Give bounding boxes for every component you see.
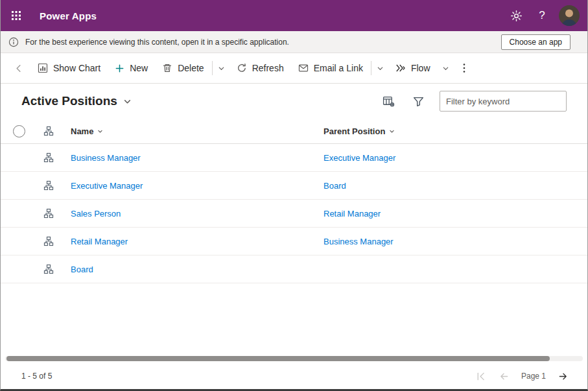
record-count: 1 - 5 of 5 [21, 372, 52, 381]
filter-button[interactable] [406, 90, 430, 112]
chevron-down-icon [123, 97, 132, 106]
next-page-button[interactable] [556, 370, 569, 383]
previous-page-button[interactable] [498, 370, 511, 383]
table-row[interactable]: Board [1, 255, 587, 283]
row-name-link[interactable]: Business Manager [71, 153, 141, 163]
choose-an-app-button[interactable]: Choose an app [501, 34, 570, 50]
arrow-left-icon [499, 372, 509, 381]
grid-header: Name Parent Position [1, 119, 587, 144]
cell-parent-position: Business Manager [313, 237, 587, 246]
grid-empty-space [1, 283, 587, 354]
row-name-link[interactable]: Sales Person [71, 209, 121, 219]
app-title: Power Apps [40, 10, 97, 21]
arrow-right-icon [558, 372, 568, 381]
hierarchy-icon[interactable] [37, 208, 60, 219]
help-button[interactable]: ? [529, 0, 555, 31]
chevron-down-icon [377, 65, 384, 72]
refresh-button[interactable]: Refresh [229, 56, 291, 80]
select-all-cell [1, 125, 37, 137]
column-header-parent-position[interactable]: Parent Position [313, 126, 587, 136]
refresh-label: Refresh [252, 63, 284, 73]
refresh-icon [237, 63, 247, 73]
scrollbar-track[interactable] [5, 356, 583, 361]
flow-more-commands-button[interactable] [438, 56, 454, 80]
page-indicator: Page 1 [521, 372, 546, 381]
help-icon: ? [539, 9, 545, 22]
filter-funnel-icon [413, 96, 424, 107]
table-row[interactable]: Sales Person Retail Manager [1, 200, 587, 228]
info-icon [8, 37, 19, 47]
row-name-link[interactable]: Board [71, 265, 93, 274]
power-apps-window: Power Apps ? [0, 0, 588, 391]
scrollbar-thumb[interactable] [6, 356, 550, 361]
row-parent-link[interactable]: Business Manager [323, 237, 394, 246]
chevron-left-icon [14, 64, 23, 73]
show-chart-button[interactable]: Show Chart [30, 56, 108, 80]
view-title: Active Positions [21, 94, 117, 108]
email-more-commands-button[interactable] [372, 56, 388, 80]
row-name-link[interactable]: Executive Manager [71, 181, 143, 191]
trash-icon [162, 63, 172, 73]
back-button[interactable] [6, 56, 30, 80]
view-header: Active Positions [1, 84, 587, 119]
select-all-checkbox[interactable] [13, 125, 25, 137]
app-header: Power Apps ? [1, 0, 587, 31]
view-selector[interactable]: Active Positions [21, 94, 132, 108]
email-a-link-label: Email a Link [314, 63, 363, 73]
envelope-icon [298, 63, 309, 73]
delete-button[interactable]: Delete [155, 56, 211, 80]
grid-footer: 1 - 5 of 5 Page 1 [1, 363, 587, 389]
cell-parent-position: Executive Manager [313, 153, 587, 163]
cell-parent-position: Board [313, 181, 587, 191]
hierarchy-icon[interactable] [37, 264, 60, 274]
pagination: Page 1 [475, 370, 569, 383]
column-header-name[interactable]: Name [60, 126, 313, 136]
chart-icon [38, 63, 48, 73]
email-a-link-button[interactable]: Email a Link [291, 56, 370, 80]
hierarchy-icon [43, 126, 54, 136]
gear-icon [510, 10, 523, 22]
info-banner: For the best experience viewing this con… [1, 31, 587, 53]
new-label: New [130, 63, 148, 73]
row-parent-link[interactable]: Retail Manager [323, 209, 381, 219]
more-commands-button[interactable] [454, 56, 475, 80]
show-chart-label: Show Chart [53, 63, 100, 73]
command-bar: Show Chart New Delete [1, 53, 587, 84]
waffle-icon [11, 10, 21, 21]
row-name-link[interactable]: Retail Manager [71, 237, 128, 246]
avatar[interactable] [559, 5, 580, 26]
new-button[interactable]: New [108, 56, 155, 80]
edit-columns-button[interactable] [376, 90, 401, 112]
divider [371, 61, 371, 75]
settings-button[interactable] [503, 0, 529, 31]
flow-label: Flow [411, 63, 430, 73]
cell-name: Executive Manager [60, 181, 313, 191]
waffle-menu-button[interactable] [1, 0, 32, 31]
banner-message: For the best experience viewing this con… [25, 38, 289, 47]
delete-label: Delete [178, 63, 204, 73]
table-row[interactable]: Business Manager Executive Manager [1, 144, 587, 172]
vertical-ellipsis-icon [463, 63, 465, 73]
table-row[interactable]: Executive Manager Board [1, 172, 587, 200]
flow-button[interactable]: Flow [388, 56, 438, 80]
hierarchy-icon[interactable] [37, 180, 60, 191]
row-parent-link[interactable]: Board [323, 181, 346, 191]
filter-by-keyword-input[interactable] [440, 91, 567, 112]
delete-more-commands-button[interactable] [213, 56, 229, 80]
cell-name: Retail Manager [60, 237, 313, 246]
hierarchy-icon[interactable] [37, 236, 60, 246]
table-row[interactable]: Retail Manager Business Manager [1, 228, 587, 255]
view-actions [376, 90, 567, 112]
chevron-down-icon [442, 65, 449, 72]
cell-parent-position: Retail Manager [313, 209, 587, 219]
plus-icon [115, 64, 124, 73]
divider [212, 61, 213, 75]
first-page-button[interactable] [475, 370, 488, 383]
chevron-down-icon [97, 128, 103, 134]
row-parent-link[interactable]: Executive Manager [323, 153, 395, 163]
chevron-down-icon [389, 128, 395, 134]
header-right-actions: ? [503, 0, 587, 31]
hierarchy-icon[interactable] [37, 152, 60, 163]
column-header-name-label: Name [71, 126, 93, 136]
chevron-down-icon [218, 65, 225, 72]
